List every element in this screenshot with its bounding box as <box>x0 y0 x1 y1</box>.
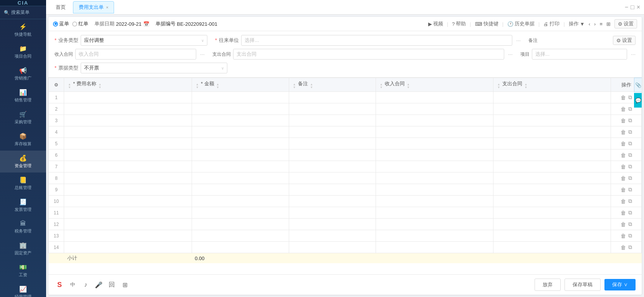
sidebar-item-inventory[interactable]: 📦 库存核算 <box>0 129 46 151</box>
row-amount[interactable] <box>192 184 289 196</box>
set-btn[interactable]: ⚙ 设置 <box>614 19 637 28</box>
income-contract-more-icon[interactable]: ··· <box>200 51 205 57</box>
copy-icon[interactable]: ⧉ <box>628 117 632 124</box>
col-income-contract[interactable]: ▲▼ 收入合同 ▲▼ <box>376 78 493 92</box>
row-income-contract[interactable] <box>376 242 493 253</box>
row-notes[interactable] <box>289 207 376 219</box>
counterparty-more-icon[interactable]: ··· <box>516 37 521 43</box>
row-income-contract[interactable] <box>376 103 493 115</box>
sidebar-item-fixed-assets[interactable]: 🏢 固定资产 <box>0 238 46 260</box>
view-grid-btn[interactable]: ⊞ <box>606 21 611 27</box>
row-expense-contract[interactable] <box>493 207 611 219</box>
invoice-type-select[interactable]: 不开票 ∨ <box>81 63 227 73</box>
row-income-contract[interactable] <box>376 115 493 126</box>
copy-icon[interactable]: ⧉ <box>628 186 632 193</box>
copy-icon[interactable]: ⧉ <box>628 244 632 251</box>
delete-icon[interactable]: 🗑 <box>621 152 626 158</box>
expense-contract-input[interactable]: 支出合同 <box>233 49 504 60</box>
project-more-icon[interactable]: ··· <box>631 51 636 57</box>
row-amount[interactable] <box>192 115 289 126</box>
col-settings[interactable]: ⚙ <box>49 78 64 92</box>
history-btn[interactable]: 🕐 历史单据 <box>507 20 535 27</box>
row-income-contract[interactable] <box>376 184 493 196</box>
row-income-contract[interactable] <box>376 207 493 219</box>
copy-icon[interactable]: ⧉ <box>628 129 632 135</box>
delete-icon[interactable]: 🗑 <box>621 164 626 170</box>
row-income-contract[interactable] <box>376 138 493 149</box>
delete-icon[interactable]: 🗑 <box>621 244 626 251</box>
sidebar-item-purchase[interactable]: 🛒 采购管理 <box>0 107 46 129</box>
copy-icon[interactable]: ⧉ <box>628 152 632 158</box>
copy-icon[interactable]: ⧉ <box>628 232 632 239</box>
row-expense-contract[interactable] <box>493 173 611 184</box>
delete-icon[interactable]: 🗑 <box>621 118 626 124</box>
footer-mic-icon[interactable]: 🎤 <box>94 280 104 290</box>
row-amount[interactable] <box>192 230 289 242</box>
view-list-btn[interactable]: ≡ <box>599 21 603 27</box>
shortcuts-btn[interactable]: ⌨ 快捷键 <box>475 20 498 27</box>
sidebar-item-funds[interactable]: 💰 资金管理 <box>0 151 46 173</box>
row-notes[interactable] <box>289 103 376 115</box>
row-notes[interactable] <box>289 138 376 149</box>
row-expense-contract[interactable] <box>493 115 611 126</box>
sidebar-item-tax[interactable]: 🏛 税务管理 <box>0 216 46 238</box>
date-value[interactable]: 2022-09-21 <box>116 21 142 27</box>
sidebar-item-payroll[interactable]: 💵 工资 <box>0 260 46 282</box>
row-expense-contract[interactable] <box>493 230 611 242</box>
radio-red-bill[interactable]: 红单 <box>72 20 88 27</box>
row-expense-name[interactable] <box>64 149 192 161</box>
delete-icon[interactable]: 🗑 <box>621 141 626 147</box>
copy-icon[interactable]: ⧉ <box>628 106 632 112</box>
row-notes[interactable] <box>289 92 376 103</box>
copy-icon[interactable]: ⧉ <box>628 163 632 170</box>
row-expense-name[interactable] <box>64 207 192 219</box>
row-expense-contract[interactable] <box>493 126 611 138</box>
window-minimize-icon[interactable]: − <box>625 4 628 11</box>
row-expense-contract[interactable] <box>493 149 611 161</box>
row-notes[interactable] <box>289 149 376 161</box>
footer-grid-icon[interactable]: ⊞ <box>120 280 130 290</box>
row-amount[interactable] <box>192 138 289 149</box>
sidebar-search[interactable]: 🔍 搜索菜单 <box>0 6 46 19</box>
radio-blue-bill[interactable]: 蓝单 <box>53 20 69 27</box>
footer-zh-icon[interactable]: 中 <box>68 280 78 290</box>
tab-expense[interactable]: 费用支出单 × <box>73 1 114 13</box>
row-income-contract[interactable] <box>376 173 493 184</box>
row-notes[interactable] <box>289 184 376 196</box>
row-amount[interactable] <box>192 219 289 230</box>
row-income-contract[interactable] <box>376 149 493 161</box>
row-expense-name[interactable] <box>64 173 192 184</box>
sidebar-item-marketing[interactable]: 📢 营销推广 <box>0 63 46 85</box>
row-expense-contract[interactable] <box>493 92 611 103</box>
row-amount[interactable] <box>192 149 289 161</box>
row-expense-contract[interactable] <box>493 184 611 196</box>
delete-icon[interactable]: 🗑 <box>621 129 626 135</box>
row-amount[interactable] <box>192 126 289 138</box>
row-notes[interactable] <box>289 173 376 184</box>
sidebar-item-invoice[interactable]: 🧾 发票管理 <box>0 194 46 216</box>
window-maximize-icon[interactable]: □ <box>631 4 634 11</box>
row-expense-name[interactable] <box>64 161 192 173</box>
row-notes[interactable] <box>289 242 376 253</box>
row-expense-name[interactable] <box>64 115 192 126</box>
row-expense-contract[interactable] <box>493 196 611 207</box>
copy-icon[interactable]: ⧉ <box>628 94 632 101</box>
business-type-select[interactable]: 应付调整 ∨ <box>81 35 207 46</box>
save-draft-button[interactable]: 保存草稿 <box>565 279 601 291</box>
col-expense-contract[interactable]: ▲▼ 支出合同 ▲▼ <box>493 78 611 92</box>
row-income-contract[interactable] <box>376 196 493 207</box>
delete-icon[interactable]: 🗑 <box>621 106 626 112</box>
footer-return-icon[interactable]: 回 <box>107 280 117 290</box>
help-btn[interactable]: ? 帮助 <box>452 20 466 27</box>
col-notes[interactable]: ▲▼ 备注 ▲▼ <box>289 78 376 92</box>
row-expense-contract[interactable] <box>493 161 611 173</box>
row-notes[interactable] <box>289 126 376 138</box>
delete-icon[interactable]: 🗑 <box>621 175 626 181</box>
row-amount[interactable] <box>192 92 289 103</box>
video-btn[interactable]: ▶ 视频 <box>428 20 443 27</box>
row-expense-name[interactable] <box>64 230 192 242</box>
row-income-contract[interactable] <box>376 126 493 138</box>
row-expense-contract[interactable] <box>493 138 611 149</box>
row-expense-name[interactable] <box>64 138 192 149</box>
calendar-icon[interactable]: 📅 <box>143 21 149 27</box>
